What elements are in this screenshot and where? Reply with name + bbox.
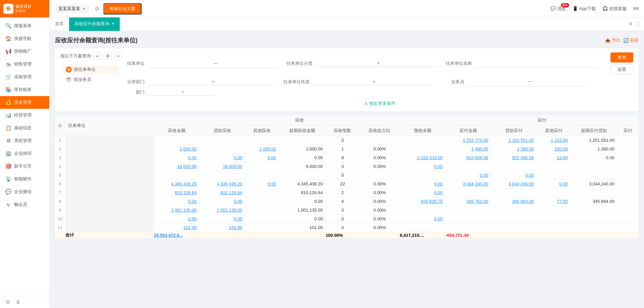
- cell-link[interactable]: 18,000.00: [223, 164, 242, 169]
- cell-link[interactable]: 0.00: [234, 155, 242, 160]
- sidebar-item-operations[interactable]: 📊经营管理: [0, 109, 49, 122]
- sidebar-item-purchase[interactable]: 🛒采购管理: [0, 71, 49, 83]
- cell-link[interactable]: 4,345,436.20: [171, 181, 197, 186]
- online-service-button[interactable]: 🎧 在线客服: [602, 6, 627, 12]
- cell-link[interactable]: 77.00: [557, 199, 568, 204]
- cell-link[interactable]: 0.00: [434, 181, 442, 186]
- salesman-dropdown[interactable]: ···: [467, 77, 588, 86]
- cell-link[interactable]: 915,495.56: [512, 155, 534, 160]
- dept-dropdown[interactable]: ▼: [147, 89, 214, 96]
- cell-link[interactable]: 0.00: [234, 216, 242, 221]
- sidebar-item-marketing[interactable]: 📢营销推广: [0, 45, 49, 58]
- footer-ar-total[interactable]: 19,553,472,6...: [154, 232, 200, 238]
- cell-link[interactable]: 810,126.64: [175, 190, 197, 195]
- cell-link[interactable]: 0.00: [434, 164, 442, 169]
- refresh-button[interactable]: 🔄 刷新: [623, 37, 639, 43]
- dept-charge-dropdown[interactable]: ▼: [147, 79, 275, 85]
- cell-link[interactable]: 0.00: [480, 173, 488, 178]
- cell-link[interactable]: 0.00: [188, 216, 197, 221]
- cell-link[interactable]: 0.00: [188, 199, 197, 204]
- cell-link[interactable]: 1,390.00: [517, 146, 534, 151]
- company-selector[interactable]: 某某某某某 ▼: [55, 4, 89, 13]
- sidebar-item-member[interactable]: V畅会员: [0, 198, 49, 211]
- collapse-icon[interactable]: ⏸: [15, 299, 21, 305]
- table-row: 1 0 1,252,773.00 1,251,551.00 1,222.00 1…: [55, 136, 639, 145]
- query-button[interactable]: 查询: [610, 52, 633, 62]
- scheme-back-button[interactable]: «: [115, 53, 122, 59]
- promo-button[interactable]: 体验行业方案: [103, 3, 142, 14]
- messages-button[interactable]: 💬 消息 99+: [550, 6, 566, 12]
- cell-link[interactable]: 0.00: [188, 155, 197, 160]
- option-by-salesman[interactable]: ⏰ 按业务员: [63, 75, 119, 84]
- tab-close-icon[interactable]: ✕: [111, 21, 114, 26]
- add-scheme-button[interactable]: +: [94, 52, 101, 60]
- cell-link[interactable]: 4,345,436.20: [217, 181, 242, 186]
- export-button[interactable]: 📤 导出: [605, 37, 621, 43]
- app-download-button[interactable]: 📱 App下载: [573, 6, 596, 12]
- cell-idx: 5: [55, 171, 65, 180]
- sidebar-item-basic-info[interactable]: 📋基础信息: [0, 122, 49, 134]
- option-salesman-label: 按业务员: [74, 77, 91, 83]
- cell-link[interactable]: 0.00: [234, 199, 242, 204]
- cell-link[interactable]: 1,000.00: [180, 146, 197, 151]
- cell-link[interactable]: 0.00: [268, 181, 276, 186]
- cell-link[interactable]: 0.00: [434, 216, 442, 221]
- cell-link[interactable]: 1,252,773.00: [463, 138, 488, 143]
- cell-link[interactable]: 810,126.64: [220, 190, 242, 195]
- cell-link[interactable]: 1,490.00: [471, 146, 488, 151]
- settlement-unit-dropdown[interactable]: ···: [147, 59, 278, 68]
- cell-link[interactable]: 1,251,551.00: [508, 138, 534, 143]
- sidebar-icon-guide: 🎯: [5, 163, 11, 169]
- gear-icon[interactable]: ⚙: [95, 5, 99, 12]
- cell-link[interactable]: 0.00: [268, 155, 276, 160]
- settings-icon[interactable]: ⚙: [5, 299, 10, 305]
- cell-link[interactable]: 1,001,135.00: [217, 208, 242, 213]
- cell-link[interactable]: 2,153,333.00: [417, 155, 443, 160]
- user-avatar[interactable]: Rit: [633, 6, 639, 11]
- sidebar-item-system[interactable]: ⚙系统管理: [0, 134, 49, 147]
- cell-link[interactable]: 0.00: [434, 190, 442, 195]
- partner-category-dropdown[interactable]: ▼: [315, 60, 438, 67]
- tab-ar-ap[interactable]: 应收应付余额查询 ✕: [69, 17, 120, 31]
- tab-home[interactable]: 首页: [50, 17, 69, 31]
- cell-link[interactable]: 345,684.00: [512, 199, 534, 204]
- cell-link[interactable]: 1,000.00: [259, 146, 276, 151]
- salesman-dots[interactable]: ···: [528, 79, 586, 85]
- cell-link[interactable]: 0.00: [559, 181, 568, 186]
- sidebar-item-hardware[interactable]: 📡智能硬件: [0, 173, 49, 185]
- option-by-partner[interactable]: 畅 按往来单位: [63, 65, 119, 74]
- partner-name-input[interactable]: [475, 59, 597, 68]
- sidebar-item-capital[interactable]: 💰资金管理: [0, 96, 49, 109]
- settlement-dots[interactable]: ···: [213, 60, 276, 67]
- tab-close-window-icon[interactable]: ✕: [628, 21, 633, 27]
- cell-link[interactable]: 13.00: [557, 155, 568, 160]
- cell-link[interactable]: 18,000.00: [177, 164, 197, 169]
- sidebar-item-guide[interactable]: 🎯新手引导: [0, 160, 49, 173]
- partner-nature-dropdown[interactable]: ▼: [312, 79, 432, 85]
- table-settings-icon[interactable]: ⚙: [58, 123, 62, 128]
- cell-link[interactable]: 152.00: [183, 225, 197, 230]
- sidebar-item-quick-nav[interactable]: 🏠快捷导航: [0, 32, 49, 45]
- cell-link[interactable]: 655,636.75: [421, 199, 443, 204]
- cell-link[interactable]: 3,044,240.00: [508, 181, 534, 186]
- cell-link[interactable]: 1,222.00: [551, 138, 568, 143]
- sidebar-item-enterprise[interactable]: 🏢企业协同: [0, 147, 49, 160]
- cell-link[interactable]: 345,761.00: [467, 199, 488, 204]
- cell-link[interactable]: 152.00: [229, 225, 242, 230]
- scheme-settings-button[interactable]: ⚙: [104, 53, 112, 59]
- cell-link[interactable]: 915,508.56: [467, 155, 488, 160]
- tab-bar: 首页 应收应付余额查询 ✕ ✕ ⛶: [50, 17, 644, 31]
- cell-link[interactable]: 1,001,135.00: [171, 208, 197, 213]
- sidebar-item-sales[interactable]: 🛍销售管理: [0, 58, 49, 71]
- settings-button[interactable]: 设置: [610, 64, 633, 75]
- cell-link[interactable]: 3,044,240.00: [463, 181, 488, 186]
- cell-link[interactable]: 0.00: [525, 173, 534, 178]
- cell-link[interactable]: 100.00: [554, 146, 568, 151]
- sidebar-item-search-menu[interactable]: 🔍搜索菜单: [0, 19, 49, 32]
- sidebar-icon-enterprise: 🏢: [5, 150, 11, 157]
- sidebar-item-inventory[interactable]: 🏪库存核算: [0, 83, 49, 96]
- sidebar-item-wechat[interactable]: 💬企业微信: [0, 185, 49, 198]
- collapse-button[interactable]: ∧ 收起更多条件: [127, 98, 633, 108]
- cell-ar-prepay: 0.00: [400, 215, 445, 223]
- tab-expand-icon[interactable]: ⛶: [635, 21, 640, 27]
